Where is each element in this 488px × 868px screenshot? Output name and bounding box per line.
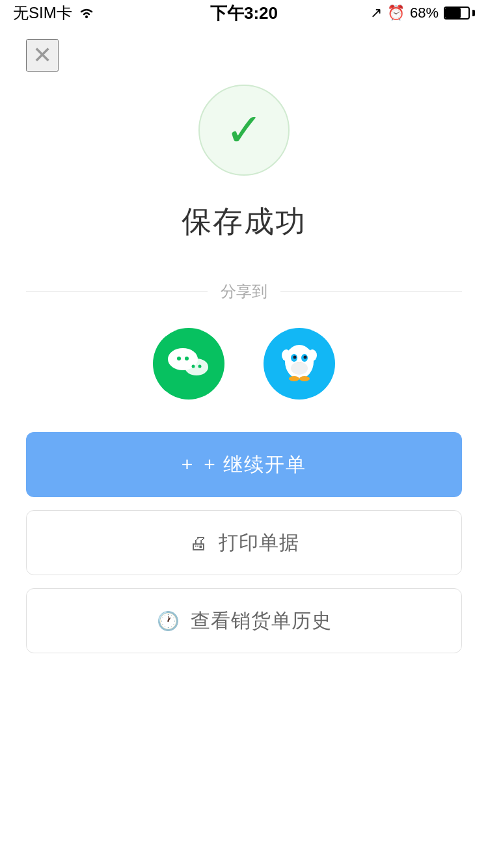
svg-point-11 bbox=[293, 356, 297, 359]
divider-right bbox=[280, 292, 462, 292]
status-bar: 无SIM卡 下午3:20 ↗ ⏰ 68% bbox=[0, 0, 488, 26]
share-divider-row: 分享到 bbox=[26, 281, 462, 302]
plus-icon: + bbox=[182, 454, 194, 476]
battery-indicator bbox=[444, 7, 475, 20]
wechat-share-button[interactable] bbox=[153, 328, 224, 400]
svg-point-9 bbox=[308, 349, 317, 361]
history-label: 查看销货单历史 bbox=[191, 608, 332, 634]
clock-icon: 🕐 bbox=[157, 610, 180, 632]
location-icon: ↗ bbox=[370, 5, 382, 21]
alarm-icon: ⏰ bbox=[387, 5, 405, 21]
printer-icon: 🖨 bbox=[189, 532, 208, 554]
svg-point-13 bbox=[304, 356, 307, 359]
svg-point-5 bbox=[192, 365, 195, 368]
history-button[interactable]: 🕐 查看销货单历史 bbox=[26, 588, 462, 653]
continue-order-button[interactable]: + + 继续开单 bbox=[26, 432, 462, 497]
divider-left bbox=[26, 292, 208, 292]
close-button[interactable]: ✕ bbox=[26, 39, 59, 72]
status-time: 下午3:20 bbox=[210, 2, 278, 25]
wechat-icon bbox=[167, 345, 211, 383]
share-section: 分享到 bbox=[26, 281, 462, 400]
continue-order-label: + 继续开单 bbox=[204, 452, 306, 478]
main-content: ✕ ✓ 保存成功 分享到 bbox=[0, 26, 488, 868]
carrier-text: 无SIM卡 bbox=[13, 3, 72, 23]
wifi-icon bbox=[77, 7, 96, 20]
svg-point-6 bbox=[198, 365, 202, 368]
svg-point-4 bbox=[185, 357, 189, 360]
svg-point-0 bbox=[85, 16, 88, 18]
print-button[interactable]: 🖨 打印单据 bbox=[26, 510, 462, 575]
success-icon-circle: ✓ bbox=[198, 85, 290, 176]
qq-share-button[interactable] bbox=[264, 328, 335, 400]
svg-point-2 bbox=[185, 359, 208, 375]
svg-point-16 bbox=[289, 376, 299, 381]
status-left: 无SIM卡 bbox=[13, 3, 96, 23]
print-label: 打印单据 bbox=[219, 530, 299, 556]
share-icons-row bbox=[153, 328, 335, 400]
qq-icon bbox=[280, 341, 319, 387]
svg-point-8 bbox=[282, 349, 291, 361]
close-icon: ✕ bbox=[33, 44, 52, 67]
share-label: 分享到 bbox=[221, 281, 267, 302]
svg-point-17 bbox=[299, 376, 310, 381]
actions-section: + + 继续开单 🖨 打印单据 🕐 查看销货单历史 bbox=[26, 432, 462, 653]
checkmark-icon: ✓ bbox=[225, 107, 264, 153]
battery-percent: 68% bbox=[410, 5, 439, 21]
success-title: 保存成功 bbox=[182, 202, 306, 242]
status-right: ↗ ⏰ 68% bbox=[370, 5, 475, 21]
svg-point-3 bbox=[177, 357, 181, 360]
svg-point-15 bbox=[291, 362, 308, 375]
